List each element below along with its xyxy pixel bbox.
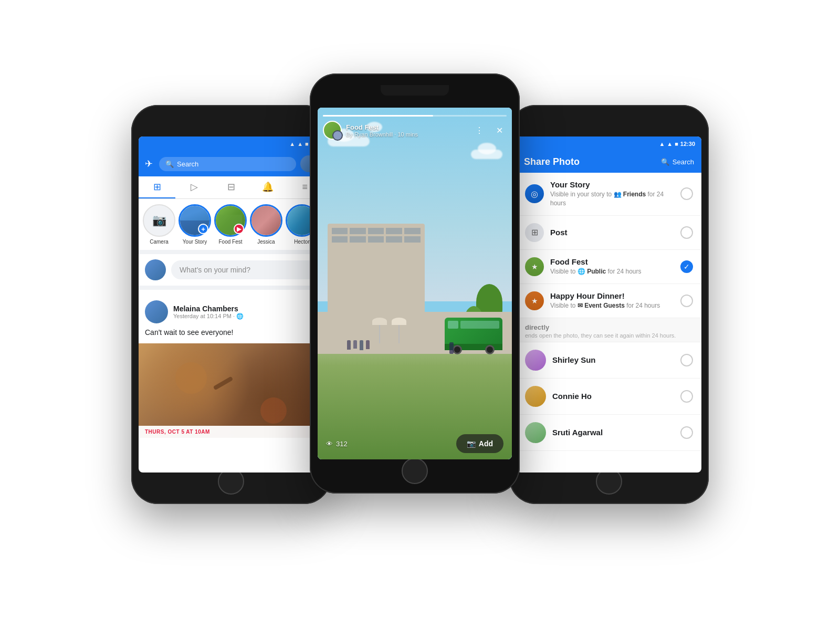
your-story-sub: Visible in your story to 👥 Friends for 2… bbox=[550, 190, 674, 208]
camera-label: Camera bbox=[150, 239, 169, 245]
left-status-bar: ▲ ▲ ■ 12 bbox=[139, 136, 323, 151]
happy-hour-text-area: Happy Hour Dinner! Visible to ✉ Event Gu… bbox=[550, 291, 674, 310]
nav-marketplace[interactable]: ⊟ bbox=[213, 176, 249, 198]
happy-hour-symbol: ★ bbox=[531, 297, 538, 305]
food-fest-label: Food Fest bbox=[218, 239, 242, 245]
nav-video[interactable]: ▷ bbox=[175, 176, 212, 198]
story-your-story[interactable]: + Your Story bbox=[178, 204, 211, 245]
share-item-post[interactable]: ⊞ Post bbox=[517, 216, 701, 250]
story-jessica[interactable]: Jessica bbox=[250, 204, 282, 245]
messenger-icon[interactable]: ✈ bbox=[145, 158, 153, 170]
share-search[interactable]: 🔍 Search bbox=[661, 158, 694, 166]
story-symbol: ◎ bbox=[531, 189, 538, 199]
center-phone-home[interactable] bbox=[402, 458, 428, 484]
story-footer: 👁 312 📷 Add bbox=[318, 434, 512, 453]
center-phone-screen: Food Fest By Ryan Brownhill · 10 mins ⋮ … bbox=[318, 108, 512, 459]
event-date: THURS, OCT 5 AT 10AM bbox=[145, 429, 317, 435]
right-status-icons: ▲ ▲ ■ 12:30 bbox=[659, 141, 695, 147]
shirley-radio[interactable] bbox=[680, 354, 693, 366]
directly-sub: ends open the photo, they can see it aga… bbox=[525, 332, 693, 339]
signal-icon: ▲ bbox=[297, 141, 303, 147]
phones-container: ▲ ▲ ■ 12 ✈ 🔍 Search ⊞ ▷ ⊟ 🔔 bbox=[131, 63, 709, 567]
battery-icon: ■ bbox=[305, 141, 309, 147]
your-story-icon: ◎ bbox=[525, 184, 544, 203]
food-decoration bbox=[139, 343, 323, 438]
post-text-area: Post bbox=[550, 228, 674, 237]
share-header: Share Photo 🔍 Search bbox=[517, 151, 701, 173]
share-item-your-story[interactable]: ◎ Your Story Visible in your story to 👥 … bbox=[517, 173, 701, 216]
center-phone: Food Fest By Ryan Brownhill · 10 mins ⋮ … bbox=[310, 74, 520, 494]
nav-notifications[interactable]: 🔔 bbox=[249, 176, 286, 198]
center-phone-notch bbox=[381, 85, 449, 96]
right-phone-notch bbox=[578, 116, 640, 125]
story-add-button[interactable]: 📷 Add bbox=[456, 434, 503, 453]
umbrella-2 bbox=[392, 318, 406, 343]
fb-nav-icons: ⊞ ▷ ⊟ 🔔 ≡ bbox=[139, 176, 323, 199]
food-fest-share-sub: Visible to 🌐 Public for 24 hours bbox=[550, 267, 674, 276]
post-radio[interactable] bbox=[680, 226, 693, 239]
food-fest-radio[interactable]: ✓ bbox=[680, 260, 693, 273]
feed-post: Melaina Chambers Yesterday at 10:14 PM ·… bbox=[139, 294, 323, 438]
share-item-shirley[interactable]: Shirley Sun bbox=[517, 342, 701, 379]
connie-text: Connie Ho bbox=[552, 392, 674, 401]
right-battery-icon: ■ bbox=[675, 141, 678, 147]
share-item-connie[interactable]: Connie Ho bbox=[517, 379, 701, 415]
share-search-icon: 🔍 bbox=[661, 158, 669, 166]
post-author-avatar bbox=[145, 300, 168, 323]
walking-person bbox=[449, 342, 454, 354]
sruti-text: Sruti Agarwal bbox=[552, 428, 674, 437]
divider-2 bbox=[139, 286, 323, 290]
umbrella-1 bbox=[372, 318, 387, 343]
your-story-avatar: + bbox=[178, 204, 211, 237]
happy-hour-sub: Visible to ✉ Event Guests for 24 hours bbox=[550, 301, 674, 310]
share-item-happy-hour[interactable]: ★ Happy Hour Dinner! Visible to ✉ Event … bbox=[517, 284, 701, 318]
camera-icon: 📷 bbox=[152, 214, 166, 227]
story-event-info: Food Fest By Ryan Brownhill · 10 mins bbox=[346, 123, 418, 138]
story-more-btn[interactable]: ⋮ bbox=[472, 123, 487, 138]
story-info-row: Food Fest By Ryan Brownhill · 10 mins ⋮ … bbox=[323, 121, 507, 140]
share-photo-title: Share Photo bbox=[524, 156, 580, 167]
post-input[interactable]: What's on your mind? bbox=[171, 260, 317, 279]
post-avatar bbox=[145, 259, 166, 280]
your-story-radio[interactable] bbox=[680, 187, 693, 200]
sruti-radio[interactable] bbox=[680, 426, 693, 439]
post-meta: Yesterday at 10:14 PM · 🌐 bbox=[173, 313, 317, 320]
connie-avatar bbox=[525, 386, 546, 407]
story-close-btn[interactable]: ✕ bbox=[492, 123, 507, 138]
happy-hour-title: Happy Hour Dinner! bbox=[550, 291, 674, 300]
post-time: Yesterday at 10:14 PM · 🌐 bbox=[173, 313, 244, 320]
right-time: 12:30 bbox=[680, 141, 695, 147]
share-list: ◎ Your Story Visible in your story to 👥 … bbox=[517, 173, 701, 451]
directly-section-header: directly ends open the photo, they can s… bbox=[517, 318, 701, 342]
search-placeholder: Search bbox=[177, 160, 198, 168]
post-title: Post bbox=[550, 228, 674, 237]
left-phone-notch bbox=[200, 116, 262, 125]
share-item-sruti[interactable]: Sruti Agarwal bbox=[517, 415, 701, 451]
food-fest-share-title: Food Fest bbox=[550, 257, 674, 266]
wifi-icon: ▲ bbox=[289, 141, 295, 147]
shirley-name: Shirley Sun bbox=[552, 355, 674, 364]
feed-post-header: Melaina Chambers Yesterday at 10:14 PM ·… bbox=[139, 294, 323, 328]
story-header: Food Fest By Ryan Brownhill · 10 mins ⋮ … bbox=[318, 112, 512, 143]
search-bar[interactable]: 🔍 Search bbox=[159, 157, 296, 171]
sruti-name: Sruti Agarwal bbox=[552, 428, 674, 437]
share-item-food-fest[interactable]: ★ Food Fest Visible to 🌐 Public for 24 h… bbox=[517, 250, 701, 284]
food-fest-share-icon: ★ bbox=[525, 257, 544, 276]
happy-hour-radio[interactable] bbox=[680, 295, 693, 307]
right-phone-screen: ▲ ▲ ■ 12:30 Share Photo 🔍 Search bbox=[517, 136, 701, 472]
nav-feed[interactable]: ⊞ bbox=[139, 176, 175, 198]
story-food-fest[interactable]: ▶ Food Fest bbox=[214, 204, 247, 245]
connie-radio[interactable] bbox=[680, 390, 693, 403]
your-story-label: Your Story bbox=[183, 239, 207, 245]
shirley-avatar bbox=[525, 350, 546, 371]
connie-name: Connie Ho bbox=[552, 392, 674, 401]
eye-icon: 👁 bbox=[326, 440, 333, 448]
sruti-avatar bbox=[525, 422, 546, 443]
story-controls: ⋮ ✕ bbox=[472, 123, 507, 138]
story-view: Food Fest By Ryan Brownhill · 10 mins ⋮ … bbox=[318, 108, 512, 459]
post-author-name: Melaina Chambers bbox=[173, 304, 317, 313]
jessica-label: Jessica bbox=[257, 239, 275, 245]
post-author-info: Melaina Chambers Yesterday at 10:14 PM ·… bbox=[173, 304, 317, 320]
story-camera[interactable]: 📷 Camera bbox=[143, 204, 175, 245]
fb-header: ✈ 🔍 Search bbox=[139, 151, 323, 176]
